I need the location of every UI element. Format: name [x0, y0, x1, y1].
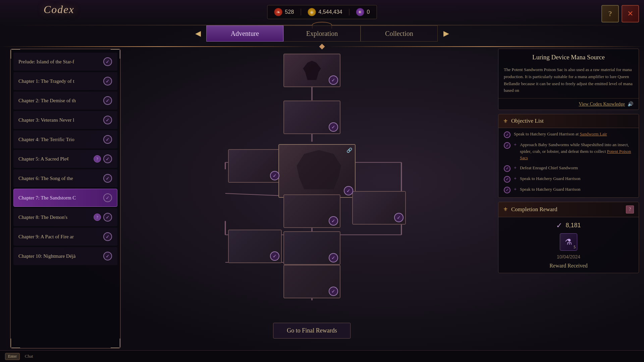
completion-question-button[interactable]: ?: [626, 205, 634, 214]
question-badge-5: ?: [94, 155, 101, 163]
tab-adventure[interactable]: Adventure: [206, 25, 283, 42]
chapter-item-9[interactable]: Chapter 9: A Pact of Fire ar: [13, 228, 117, 246]
tab-exploration[interactable]: Exploration: [283, 25, 361, 42]
obj-plus-2: +: [514, 165, 517, 171]
chapter-icons-9: [103, 232, 112, 241]
tree-node-3[interactable]: ✓: [228, 149, 282, 183]
chapter-icons-7: [103, 193, 112, 202]
tree-node-8[interactable]: ✓: [283, 231, 340, 265]
main-container: Codex ❧ 528 ◈ 4,544,434 ✦ 0 ? ✕: [0, 0, 644, 362]
chapter-item-10[interactable]: Chapter 10: Nightmare Déjà: [13, 247, 117, 265]
chat-label: Chat: [25, 354, 33, 359]
bottom-bar: Enter Chat: [0, 350, 644, 362]
reward-received: Reward Received: [549, 263, 587, 269]
chapter-check-6: [103, 174, 112, 183]
chapter-item-6[interactable]: Chapter 6: The Song of the: [13, 169, 117, 187]
reward-items-row: ⚗: [560, 233, 577, 251]
tree-node-6[interactable]: ✓: [283, 194, 340, 228]
obj-plus-3: +: [514, 176, 517, 181]
chapter-check-3: [103, 115, 112, 125]
obj-text-1: Approach Baby Sandworms while Shapeshift…: [520, 141, 633, 161]
chapter-item-7[interactable]: Chapter 7: The Sandstorm C: [13, 189, 117, 207]
node-check-circle-9: ✓: [329, 287, 338, 296]
node-check-6: ✓: [329, 216, 338, 226]
tree-node-7[interactable]: ✓: [228, 230, 282, 263]
check-circle-6: [103, 174, 112, 183]
view-codex-knowledge-link[interactable]: View Codex Knowledge: [579, 102, 625, 107]
node-check-circle-3: ✓: [270, 171, 279, 180]
node-check-circle-7: ✓: [270, 251, 279, 261]
check-circle-2: [103, 96, 112, 105]
tree-node-2[interactable]: ✓: [283, 101, 340, 134]
objective-item-1: + Approach Baby Sandworms while Shapeshi…: [504, 141, 633, 161]
chapter-icons-2: [103, 96, 112, 105]
check-circle-4: [103, 135, 112, 144]
deco-corner-tl: [10, 49, 20, 59]
chapter-check-9: [103, 232, 112, 241]
tab-collection[interactable]: Collection: [361, 25, 438, 42]
tree-node-4[interactable]: 🔗 ✓: [278, 144, 356, 198]
chapter-item-8[interactable]: Chapter 8: The Demon's ?: [13, 208, 117, 226]
obj-text-3: Speak to Hatchery Guard Harrison: [520, 175, 581, 182]
check-circle-5: [103, 155, 112, 163]
obj-link-sandworm[interactable]: Sandworm Lair: [580, 131, 607, 136]
sound-icon[interactable]: 🔊: [628, 101, 633, 107]
objective-list-title: Objective List: [511, 118, 634, 124]
chapter-item-3[interactable]: Chapter 3: Veterans Never l: [13, 111, 117, 129]
node-check-9: ✓: [329, 287, 338, 296]
nav-arrow-right[interactable]: ▶: [438, 25, 454, 42]
chapter-icons-6: [103, 174, 112, 183]
chapter-name-2: Chapter 2: The Demise of th: [18, 98, 103, 104]
chapter-item-1[interactable]: Chapter 1: The Tragedy of t: [13, 72, 117, 90]
obj-check-3: [504, 176, 511, 183]
tree-node-5[interactable]: ✓: [352, 191, 406, 225]
chapter-check-1: [103, 76, 112, 86]
currency-icon-red: ❧: [274, 8, 282, 16]
final-rewards-button[interactable]: Go to Final Rewards: [273, 323, 351, 339]
obj-link-poison[interactable]: Potent Poison Sacs: [520, 149, 631, 161]
chapter-item-2[interactable]: Chapter 2: The Demise of th: [13, 92, 117, 110]
app-title: Codex: [44, 3, 74, 16]
knowledge-section: Luring Device Mana Source The Potent San…: [498, 49, 639, 110]
tree-node-1[interactable]: ✓: [283, 54, 340, 87]
obj-text-0: Speak to Hatchery Guard Harrison at Sand…: [514, 131, 607, 137]
chapter-item-4[interactable]: Chapter 4: The Terrific Trio: [13, 130, 117, 148]
deco-corner-tr: [111, 49, 121, 59]
right-panel: Luring Device Mana Source The Potent San…: [498, 49, 639, 349]
chapter-name-1: Chapter 1: The Tragedy of t: [18, 78, 103, 84]
objective-title-bar: ⚜ Objective List: [498, 114, 639, 128]
question-badge-8: ?: [94, 214, 101, 221]
obj-check-2: [504, 165, 511, 172]
ornament-divider: [0, 45, 644, 49]
node-check-circle-1: ✓: [329, 75, 338, 85]
tree-node-9[interactable]: ✓: [283, 265, 340, 298]
node-check-1: ✓: [329, 75, 338, 85]
chapter-item-0[interactable]: Prelude: Island of the Star-f: [13, 53, 117, 71]
node-check-3: ✓: [270, 171, 279, 180]
currency-value-gold: 4,544,434: [318, 9, 342, 15]
chapter-name-7: Chapter 7: The Sandstorm C: [18, 195, 103, 201]
chapter-name-4: Chapter 4: The Terrific Trio: [18, 137, 103, 142]
check-circle-3: [103, 116, 112, 124]
nav-arrow-left[interactable]: ◀: [190, 25, 206, 42]
chapter-item-5[interactable]: Chapter 5: A Sacred Ple¢ ?: [13, 150, 117, 168]
node-check-circle-4: ✓: [344, 186, 353, 195]
obj-check-4: [504, 187, 511, 193]
obj-check-0: [504, 131, 511, 138]
chapter-name-3: Chapter 3: Veterans Never l: [18, 117, 103, 123]
node-check-circle-8: ✓: [329, 253, 338, 262]
node-check-2: ✓: [329, 122, 338, 132]
chapter-icons-3: [103, 115, 112, 125]
check-circle-9: [103, 232, 112, 241]
currency-item-red: ❧ 528: [274, 8, 294, 16]
objective-icon: ⚜: [503, 118, 508, 124]
reward-checkmark: ✓: [556, 221, 562, 230]
currency-icon-gold: ◈: [308, 8, 316, 16]
deco-corner-br: [111, 339, 121, 349]
chapter-icons-8: ?: [94, 213, 112, 222]
chapter-check-7: [103, 193, 112, 202]
reward-item-icon: ⚗: [560, 233, 577, 251]
node-link-icon: 🔗: [346, 147, 352, 153]
completion-reward-title: Completion Reward: [511, 206, 623, 213]
node-check-circle-5: ✓: [394, 213, 404, 222]
